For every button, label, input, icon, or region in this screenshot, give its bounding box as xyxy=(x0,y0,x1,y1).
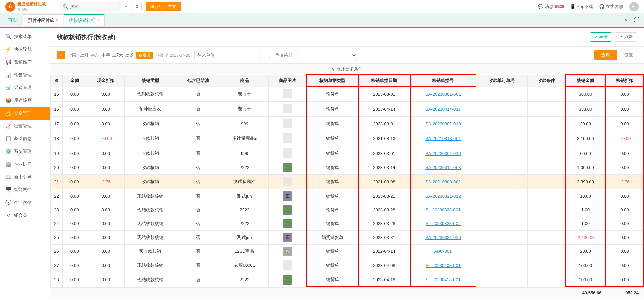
cell-verify-bill-no[interactable]: SA-20230314-008 xyxy=(410,161,476,174)
product-image: 🌿 xyxy=(283,205,292,215)
date-this-year[interactable]: 本年 xyxy=(101,52,110,58)
bill-no-link[interactable]: SL-20230408-001 xyxy=(426,263,461,268)
cell-verify-bill-no[interactable]: SL-20230328-002 xyxy=(410,217,476,230)
table-row: 230.000.00现结收款核销否2222🌿销货单2023-03-28SL-20… xyxy=(51,203,644,217)
bill-no-link[interactable]: SA-20230301-010 xyxy=(425,151,461,156)
tab-verify-close-icon[interactable]: × xyxy=(97,18,100,23)
date-this-month[interactable]: 本月 xyxy=(91,52,99,58)
cell-verify-discount: -70.00 xyxy=(605,131,644,146)
bill-no-link[interactable]: SA-20230301-001 xyxy=(425,92,461,97)
cell-verify-bill-no[interactable]: SL-20230408-001 xyxy=(410,258,476,273)
table-header-row: ⚙ 余额 现金折扣 核销类型 包含已结清 商品 商品图片 核销单据类型 核销单据… xyxy=(51,75,644,87)
management-icon: 📈 xyxy=(5,123,11,129)
messages-badge: 99+ xyxy=(555,5,564,8)
bill-no-link[interactable]: SA-20230331-026 xyxy=(425,235,461,240)
sidebar-item-search[interactable]: 🔍 搜索菜单 xyxy=(0,30,50,43)
search-input[interactable] xyxy=(70,4,110,9)
messages-item[interactable]: 💬 消息 99+ xyxy=(538,4,564,10)
cell-verify-bill-no[interactable]: SA-20230331-026 xyxy=(410,230,476,244)
table-row: 200.000.00收款核销否2222🌿销货单2023-03-14SA-2023… xyxy=(51,161,644,174)
online-service-item[interactable]: 🎧 在线客服 xyxy=(599,4,623,10)
cell-verify-bill-no[interactable]: SA-20230301-001 xyxy=(410,87,476,101)
sidebar-item-basic-info[interactable]: 📋 基础信息 xyxy=(0,132,50,145)
sidebar-item-member[interactable]: V 畅会员 xyxy=(0,209,50,222)
bill-no-link[interactable]: SA-20230414-017 xyxy=(425,106,461,112)
cell-verify-bill-no[interactable]: SL-20230328-001 xyxy=(410,203,476,217)
filter-bar: » 日期 上月 本月 本年 近7天 更多 自定义 不限 至 2023-07-26… xyxy=(50,47,644,64)
bill-type-select[interactable] xyxy=(297,50,357,60)
logo-area: 6 畅捷通谱好生意 标准版 xyxy=(5,1,56,12)
bill-no-link[interactable]: SA-20210813-001 xyxy=(425,136,461,141)
export-button[interactable]: ↗ 导出 xyxy=(590,32,612,42)
sidebar-label-sales: 销售管理 xyxy=(14,72,32,78)
bill-no-link[interactable]: SL-20230418-001 xyxy=(426,277,461,282)
app-download-item[interactable]: 📱 App下载 xyxy=(570,4,593,10)
export-icon: ↗ xyxy=(594,35,598,40)
query-button[interactable]: 查询 xyxy=(594,50,617,60)
cell-collect-condition xyxy=(528,189,566,203)
bill-no-link[interactable]: SA-20230314-008 xyxy=(425,165,461,170)
sidebar-item-wechat[interactable]: 💬 企业微信 xyxy=(0,196,50,209)
cell-collect-condition xyxy=(528,273,566,287)
bill-no-link[interactable]: SA-20230321-012 xyxy=(425,194,461,199)
sidebar-item-finance[interactable]: 💰 资金管理 xyxy=(0,107,50,120)
tab-verify[interactable]: 收款核销执行 × xyxy=(64,14,105,26)
tab-home[interactable]: 首页 xyxy=(3,17,23,23)
bill-no-link[interactable]: SA-20210808-001 xyxy=(425,179,461,184)
sidebar-label-search: 搜索菜单 xyxy=(14,34,32,40)
cell-verify-type: 现结收款核销 xyxy=(125,217,176,230)
sidebar-item-sales[interactable]: 📊 销售管理 xyxy=(0,69,50,81)
sidebar-label-basic-info: 基础信息 xyxy=(14,136,32,142)
cell-verify-bill-no[interactable]: SA-20210808-001 xyxy=(410,174,476,189)
cell-verify-bill-no[interactable]: SA-20230321-012 xyxy=(410,189,476,203)
date-last-7days[interactable]: 近7天 xyxy=(112,52,123,58)
filter-toggle-button[interactable]: » xyxy=(57,51,65,59)
date-more[interactable]: 更多 xyxy=(125,52,134,58)
sidebar-item-enterprise[interactable]: 🏢 企业协同 xyxy=(0,158,50,171)
tab-prepay-close-icon[interactable]: × xyxy=(56,18,58,23)
cell-product-img: 🌿 xyxy=(269,161,307,174)
sidebar-item-hardware[interactable]: 🖥️ 智能硬件 xyxy=(0,183,50,196)
sidebar-item-marketing[interactable]: 📢 营销推广 xyxy=(0,56,50,69)
cell-num: 24 xyxy=(51,217,63,230)
expand-more-bar[interactable]: ∨ 展开更多条件 xyxy=(50,64,644,74)
setting-button[interactable]: 设置 xyxy=(620,50,637,60)
sidebar-item-system[interactable]: ⚙️ 系统管理 xyxy=(0,145,50,158)
search-chevron-icon[interactable]: ▼ xyxy=(124,4,128,9)
cell-balance: 0.00 xyxy=(63,217,87,230)
cell-verify-bill-no[interactable]: SA-20230301-010 xyxy=(410,116,476,131)
bill-no-link[interactable]: ABC-001 xyxy=(434,249,452,254)
date-last-month[interactable]: 上月 xyxy=(80,52,89,58)
settings-gear-icon[interactable]: ⚙ xyxy=(132,2,142,11)
cell-verify-bill-no[interactable]: SA-20210813-001 xyxy=(410,131,476,146)
cell-verify-discount: 0.00 xyxy=(605,146,644,161)
cell-num: 17 xyxy=(51,116,63,131)
date-custom-button[interactable]: 自定义 xyxy=(136,52,153,59)
bill-no-link[interactable]: SA-20230301-010 xyxy=(425,121,461,126)
user-avatar[interactable]: Rit xyxy=(629,2,639,11)
sidebar-item-inventory[interactable]: 📦 库存核算 xyxy=(0,94,50,107)
sidebar-item-management[interactable]: 📈 经营管理 xyxy=(0,120,50,132)
sidebar-item-quick-nav[interactable]: ⚡ 快捷导航 xyxy=(0,43,50,56)
partner-filter-input[interactable] xyxy=(194,50,261,60)
cell-product: 2222 xyxy=(220,161,269,174)
bill-no-link[interactable]: SL-20230328-002 xyxy=(426,221,461,226)
date-filter-label: 日期 xyxy=(69,52,78,58)
close-window-icon[interactable]: × xyxy=(622,17,629,23)
sidebar-item-guide[interactable]: 📖 新手引导 xyxy=(0,171,50,183)
sidebar-item-purchase[interactable]: 🛒 采购管理 xyxy=(0,81,50,94)
cell-verify-bill-no[interactable]: SA-20230414-017 xyxy=(410,101,476,116)
cell-verify-bill-no[interactable]: SL-20230418-001 xyxy=(410,273,476,287)
cell-verify-bill-date: 2023-03-01 xyxy=(358,87,410,101)
cell-verify-bill-no[interactable]: ABC-001 xyxy=(410,244,476,258)
maximize-window-icon[interactable]: ⛶ xyxy=(632,17,641,23)
col-product: 商品 xyxy=(220,75,269,87)
refresh-button[interactable]: ↺ 刷新 xyxy=(615,32,637,42)
industry-button[interactable]: 体验行业方案 xyxy=(146,2,181,11)
bill-no-link[interactable]: SL-20230328-001 xyxy=(426,207,461,212)
col-settings[interactable]: ⚙ xyxy=(51,75,63,87)
cell-verify-type: 现结收款核销 xyxy=(125,203,176,217)
cell-verify-bill-no[interactable]: SA-20230301-010 xyxy=(410,146,476,161)
tab-prepay[interactable]: 预付冲应付单 × xyxy=(23,14,63,26)
top-search-box[interactable]: 🔍 xyxy=(60,2,120,11)
